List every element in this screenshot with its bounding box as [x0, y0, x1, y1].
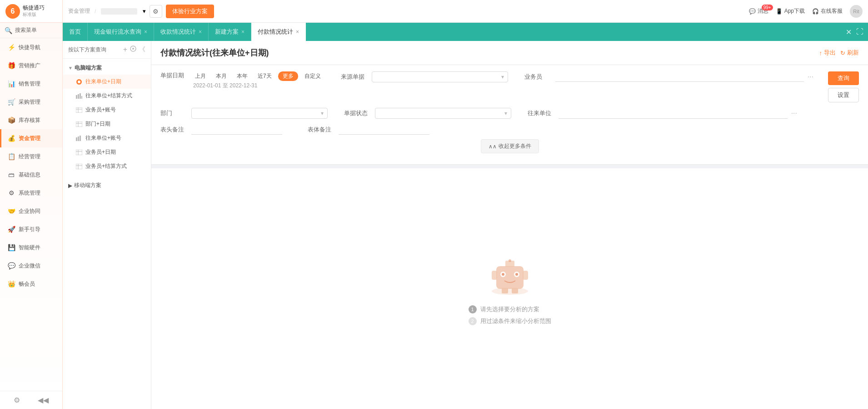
date-option-this-month[interactable]: 本月	[212, 71, 230, 81]
sidebar-item-guide[interactable]: 🚀 新手引导	[0, 220, 62, 238]
date-option-custom[interactable]: 自定义	[301, 71, 324, 81]
collapse-more-btn[interactable]: ∧∧ 收起更多条件	[481, 139, 539, 153]
tab-cashflow[interactable]: 现金银行流水查询 ×	[88, 23, 154, 41]
scheme-desktop-header[interactable]: ▼ 电脑端方案	[63, 61, 151, 75]
svg-rect-4	[76, 95, 77, 99]
logo-text: 畅捷通巧 标准版	[23, 5, 45, 18]
scheme-item-staff-date[interactable]: 业务员+日期	[63, 145, 151, 159]
tabbar-end: ✕ ⛶	[841, 23, 868, 41]
sidebar-item-sales[interactable]: 📊 销售管理	[0, 75, 62, 93]
tab-receipts[interactable]: 收款情况统计 ×	[154, 23, 209, 41]
scheme-add-btn[interactable]: +	[123, 45, 127, 54]
tab-cashflow-close[interactable]: ×	[144, 29, 147, 35]
dept-select[interactable]: ▾	[191, 108, 328, 119]
hardware-icon: 💾	[7, 243, 16, 252]
trial-btn[interactable]: 体验行业方案	[166, 5, 214, 18]
scheme-settings-btn[interactable]	[130, 45, 136, 54]
svg-rect-26	[523, 271, 528, 280]
sidebar: 6 畅捷通巧 标准版 🔍 搜索菜单 ⚡ 快捷导航 🎁 营销推广 📊 销售管理 🛒…	[0, 0, 63, 409]
staff-label: 业务员	[524, 73, 555, 81]
date-option-this-year[interactable]: 本年	[233, 71, 251, 81]
sidebar-item-purchase[interactable]: 🛒 采购管理	[0, 93, 62, 111]
app-download-btn[interactable]: 📱 App下载	[776, 7, 805, 15]
scheme-item-staff-settle[interactable]: 业务员+结算方式	[63, 159, 151, 173]
table-body-input[interactable]	[339, 124, 429, 135]
guide-icon: 🚀	[7, 225, 16, 234]
headset-icon: 🎧	[812, 8, 819, 15]
table-header-input[interactable]	[191, 124, 282, 135]
sidebar-item-member[interactable]: 👑 畅会员	[0, 275, 62, 293]
partner-label: 往来单位	[528, 109, 559, 117]
source-bill-select[interactable]: ▾	[372, 71, 508, 82]
sidebar-item-operation[interactable]: 📋 经营管理	[0, 147, 62, 166]
staff-dots[interactable]: ···	[808, 73, 813, 81]
cooperation-icon: 🤝	[7, 207, 16, 216]
table-icon-1	[75, 106, 83, 114]
scheme-header-left: 按以下方案查询	[68, 46, 106, 54]
svg-rect-6	[80, 93, 81, 99]
scheme-collapse-btn[interactable]: 《	[139, 45, 145, 54]
empty-state: 1 请先选择要分析的方案 2 用过滤条件来缩小分析范围	[151, 168, 868, 409]
date-option-more[interactable]: 更多	[278, 71, 298, 81]
sidebar-item-inventory[interactable]: 📦 库存核算	[0, 111, 62, 129]
scheme-item-unit-account[interactable]: 往来单位+账号	[63, 131, 151, 145]
sidebar-settings-btn[interactable]: ⚙	[14, 396, 20, 404]
tab-payments[interactable]: 付款情况统计 ×	[251, 23, 306, 41]
sidebar-collapse-btn[interactable]: ◀◀	[38, 396, 49, 404]
tab-receipts-close[interactable]: ×	[199, 29, 202, 35]
tabbar: 首页 现金银行流水查询 × 收款情况统计 × 新建方案 × 付款情况统计 × ✕…	[63, 23, 868, 41]
date-option-last7days[interactable]: 近7天	[254, 71, 275, 81]
tab-new-scheme-close[interactable]: ×	[241, 29, 244, 35]
tab-home[interactable]: 首页	[63, 23, 88, 41]
scheme-item-dept-date[interactable]: 部门+日期	[63, 117, 151, 131]
source-bill-arrow-icon: ▾	[501, 74, 504, 80]
scheme-mobile-header[interactable]: ▶ 移动端方案	[63, 179, 151, 192]
sidebar-item-basic[interactable]: 🗃 基础信息	[0, 166, 62, 184]
settings-btn2[interactable]: 设置	[828, 88, 859, 102]
breadcrumb-dropdown-btn[interactable]: ▾	[143, 8, 146, 15]
sidebar-item-quicknav[interactable]: ⚡ 快捷导航	[0, 38, 62, 56]
partner-dots[interactable]: ···	[791, 109, 797, 117]
svg-rect-17	[76, 150, 82, 155]
tab-payments-close[interactable]: ×	[296, 29, 299, 35]
sidebar-item-system[interactable]: ⚙ 系统管理	[0, 184, 62, 202]
query-btn[interactable]: 查询	[828, 71, 859, 85]
scheme-item-staff-account[interactable]: 业务员+账号	[63, 103, 151, 117]
messages-btn[interactable]: 💬 消息 99+	[749, 7, 768, 15]
sidebar-item-cooperation[interactable]: 🤝 企业协同	[0, 202, 62, 220]
sidebar-item-marketing[interactable]: 🎁 营销推广	[0, 56, 62, 75]
page-title: 付款情况统计(往来单位+日期)	[160, 47, 269, 58]
scheme-item-unit-settle[interactable]: 往来单位+结算方式	[63, 89, 151, 103]
online-service-btn[interactable]: 🎧 在线客服	[812, 7, 843, 15]
marketing-icon: 🎁	[7, 61, 16, 70]
filter-form: 单据日期 上月 本月 本年 近7天 更多 自定义 2022-01-01 至 20…	[151, 65, 868, 165]
staff-input[interactable]	[555, 71, 804, 82]
sidebar-item-funds[interactable]: 💰 资金管理	[0, 129, 62, 147]
scheme-header-right: + 《	[123, 45, 145, 54]
tab-fullscreen-btn[interactable]: ⛶	[856, 28, 863, 36]
tab-close-all-btn[interactable]: ✕	[846, 28, 852, 36]
phone-icon: 📱	[776, 8, 783, 15]
tab-new-scheme[interactable]: 新建方案 ×	[209, 23, 251, 41]
sales-icon: 📊	[7, 79, 16, 88]
export-btn[interactable]: ↑ 导出	[819, 49, 836, 57]
search-menu[interactable]: 🔍 搜索菜单	[0, 23, 62, 38]
partner-input[interactable]	[559, 108, 788, 119]
refresh-btn[interactable]: ↻ 刷新	[840, 49, 859, 57]
bill-date-label: 单据日期	[160, 71, 191, 80]
dept-label: 部门	[160, 109, 191, 117]
table-body-label: 表体备注	[308, 126, 339, 134]
svg-rect-24	[496, 266, 524, 289]
user-avatar[interactable]: Rit	[850, 5, 863, 18]
page-actions: ↑ 导出 ↻ 刷新	[819, 49, 859, 57]
bill-status-select[interactable]: ▾	[375, 108, 511, 119]
sidebar-item-weixin[interactable]: 💬 企业微信	[0, 257, 62, 275]
collapse-icon: ∧∧	[489, 143, 497, 150]
topbar-settings-button[interactable]: ⚙	[150, 5, 162, 18]
sidebar-item-hardware[interactable]: 💾 智能硬件	[0, 238, 62, 257]
svg-rect-15	[78, 136, 79, 141]
scheme-header: 按以下方案查询 + 《	[63, 41, 151, 59]
date-option-last-month[interactable]: 上月	[191, 71, 210, 81]
scheme-item-unit-date[interactable]: 往来单位+日期	[63, 75, 151, 89]
svg-point-32	[515, 273, 518, 276]
